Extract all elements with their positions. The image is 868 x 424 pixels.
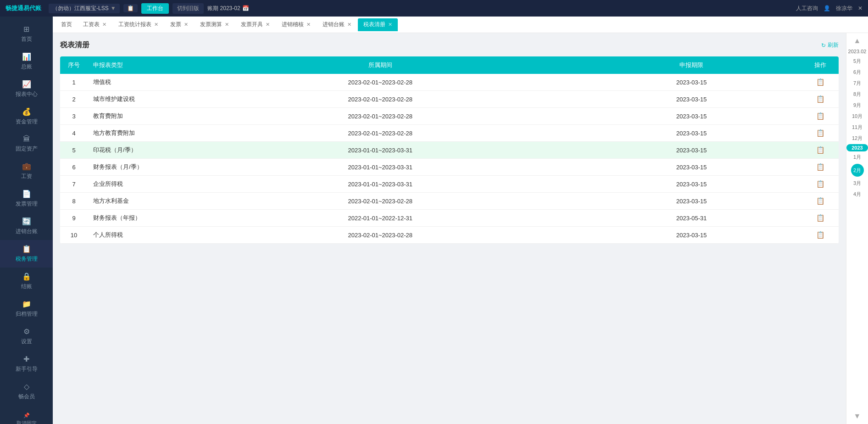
action-edit-icon[interactable]: 📋 (816, 180, 825, 188)
table-row: 9 财务报表（年报） 2022-01-01~2022-12-31 2023-05… (60, 210, 839, 227)
action-edit-icon[interactable]: 📋 (816, 197, 825, 205)
reports-icon: 📈 (22, 80, 31, 89)
tab-home[interactable]: 首页 (56, 18, 77, 31)
month-item-7[interactable]: 7月 (846, 78, 868, 89)
sidebar-item-archive[interactable]: 📁 归档管理 (0, 295, 53, 323)
month-item-11[interactable]: 11月 (846, 122, 868, 133)
archive-icon: 📁 (22, 300, 31, 308)
tab-tax-register[interactable]: 税表清册 ✕ (358, 18, 398, 31)
sidebar-bottom: 📌 取消固定 (0, 405, 53, 424)
tab-invoice-calc[interactable]: 发票测算 ✕ (195, 18, 234, 31)
month-item-8[interactable]: 8月 (846, 89, 868, 100)
action-edit-icon[interactable]: 📋 (816, 78, 825, 86)
action-edit-icon[interactable]: 📋 (816, 95, 825, 103)
sidebar-item-funds[interactable]: 💰 资金管理 (0, 103, 53, 130)
action-edit-icon[interactable]: 📋 (816, 163, 825, 171)
company-selector[interactable]: （勿动）江西服宝-LSS ▼ (49, 4, 120, 13)
tab-close-icon[interactable]: ✕ (102, 22, 106, 28)
tab-purchase-audit[interactable]: 进销稽核 ✕ (276, 18, 316, 31)
page-content: 税表清册 ↻ 刷新 序号 申报表类型 所属期间 申报期限 操作 (53, 33, 868, 424)
tab-invoice[interactable]: 发票 ✕ (165, 18, 194, 31)
tab-close-icon[interactable]: ✕ (266, 22, 270, 28)
action-edit-icon[interactable]: 📋 (816, 146, 825, 154)
sidebar-item-vip[interactable]: ◇ 畅会员 (0, 378, 53, 405)
cancel-fixed-button[interactable]: 📌 取消固定 (0, 409, 53, 424)
year-badge-2023[interactable]: 2023 (846, 144, 868, 151)
month-item-2-active[interactable]: 2月 (851, 164, 864, 177)
month-item-3[interactable]: 3月 (846, 178, 868, 189)
tab-salary-stats[interactable]: 工资统计报表 ✕ (113, 18, 164, 31)
tab-close-icon[interactable]: ✕ (306, 22, 311, 28)
tab-invoice-issue[interactable]: 发票开具 ✕ (235, 18, 275, 31)
tabbar: 首页 工资表 ✕ 工资统计报表 ✕ 发票 ✕ 发票测算 ✕ 发票开具 ✕ (53, 17, 868, 33)
tab-close-icon[interactable]: ✕ (347, 22, 351, 28)
tab-label: 进销稽核 (282, 21, 304, 28)
action-edit-icon[interactable]: 📋 (816, 231, 825, 239)
cell-no: 10 (60, 227, 88, 244)
sidebar-item-purchase[interactable]: 🔄 进销台账 (0, 212, 53, 240)
sidebar-item-label: 发票管理 (16, 200, 38, 208)
sidebar-item-ledger[interactable]: 📊 总账 (0, 48, 53, 75)
sidebar-item-guide[interactable]: ✚ 新手引导 (0, 350, 53, 378)
tax-table: 序号 申报表类型 所属期间 申报期限 操作 1 增值税 2023-02-01~2… (60, 56, 839, 244)
refresh-button[interactable]: ↻ 刷新 (821, 41, 839, 49)
topbar-close-icon[interactable]: ✕ (858, 5, 862, 11)
sidebar-item-settings[interactable]: ⚙ 设置 (0, 323, 53, 350)
month-item-1[interactable]: 1月 (846, 152, 868, 162)
month-item-9[interactable]: 9月 (846, 100, 868, 111)
cell-period: 2023-01-01~2023-03-31 (179, 176, 581, 193)
sidebar-item-label: 首页 (21, 35, 32, 43)
col-header-no: 序号 (60, 56, 88, 74)
ai-consult-button[interactable]: 人工咨询 (796, 5, 818, 12)
cell-type: 城市维护建设税 (88, 91, 179, 108)
tab-close-icon[interactable]: ✕ (225, 22, 229, 28)
tab-label: 工资统计报表 (118, 21, 151, 28)
cell-deadline: 2023-03-15 (581, 125, 802, 142)
copy-button[interactable]: 📋 (123, 4, 138, 12)
action-edit-icon[interactable]: 📋 (816, 112, 825, 120)
workspace-button[interactable]: 工作台 (141, 3, 169, 14)
sidebar-item-assets[interactable]: 🏛 固定资产 (0, 130, 53, 157)
cell-no: 6 (60, 159, 88, 176)
action-edit-icon[interactable]: 📋 (816, 214, 825, 222)
old-version-button[interactable]: 切到旧版 (172, 3, 204, 14)
col-header-action: 操作 (802, 56, 839, 74)
cell-type: 印花税（月/季） (88, 142, 179, 159)
tab-salary-table[interactable]: 工资表 ✕ (78, 18, 112, 31)
panel-up-button[interactable]: ▲ (852, 35, 863, 47)
panel-down-button[interactable]: ▼ (852, 410, 863, 422)
month-item-4[interactable]: 4月 (846, 189, 868, 200)
cell-action: 📋 (802, 227, 839, 244)
month-item-12[interactable]: 12月 (846, 133, 868, 144)
sidebar-item-tax[interactable]: 📋 税务管理 (0, 240, 53, 268)
refresh-icon: ↻ (821, 42, 826, 49)
sidebar-item-home[interactable]: ⊞ 首页 (0, 20, 53, 48)
calendar-icon[interactable]: 📅 (242, 5, 249, 11)
app-logo: 畅捷通易代账 (6, 4, 41, 12)
cell-period: 2023-01-01~2023-03-31 (179, 142, 581, 159)
cell-deadline: 2023-03-15 (581, 193, 802, 210)
tab-close-icon[interactable]: ✕ (388, 22, 392, 28)
cancel-fixed-label: 取消固定 (17, 420, 37, 424)
sidebar-item-salary[interactable]: 💼 工资 (0, 157, 53, 185)
sidebar-item-label: 归档管理 (16, 310, 38, 318)
cell-deadline: 2023-03-15 (581, 91, 802, 108)
cell-action: 📋 (802, 125, 839, 142)
cell-no: 7 (60, 176, 88, 193)
sidebar-item-invoice[interactable]: 📄 发票管理 (0, 185, 53, 212)
tab-purchase-ledger[interactable]: 进销台账 ✕ (317, 18, 357, 31)
cell-no: 9 (60, 210, 88, 227)
month-item-6[interactable]: 6月 (846, 67, 868, 78)
sidebar-item-label: 设置 (21, 338, 32, 346)
table-row: 10 个人所得税 2023-02-01~2023-02-28 2023-03-1… (60, 227, 839, 244)
action-edit-icon[interactable]: 📋 (816, 129, 825, 137)
sidebar-item-close[interactable]: 🔒 结账 (0, 268, 53, 295)
tab-close-icon[interactable]: ✕ (184, 22, 188, 28)
cell-type: 财务报表（年报） (88, 210, 179, 227)
tab-close-icon[interactable]: ✕ (154, 22, 158, 28)
month-item-10[interactable]: 10月 (846, 111, 868, 122)
month-item-5[interactable]: 5月 (846, 56, 868, 67)
topbar: 畅捷通易代账 （勿动）江西服宝-LSS ▼ 📋 工作台 切到旧版 账期 2023… (0, 0, 868, 17)
sidebar-item-reports[interactable]: 📈 报表中心 (0, 75, 53, 103)
table-row: 2 城市维护建设税 2023-02-01~2023-02-28 2023-03-… (60, 91, 839, 108)
